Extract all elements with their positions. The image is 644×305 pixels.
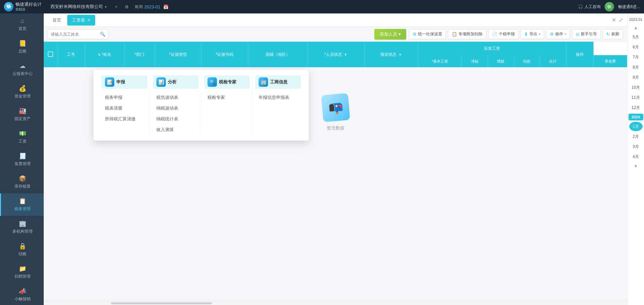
calendar-month-2023-10月[interactable]: 10月 (629, 83, 643, 92)
app-version: 旗舰版 (15, 7, 42, 12)
toolbar-tax-return-button[interactable]: 📄个税申报 (488, 29, 519, 39)
calendar-month-2024-3月[interactable]: 3月 (629, 142, 643, 151)
toolbar-operations-button[interactable]: ⚙操作▾ (546, 29, 570, 39)
horizontal-scrollbar[interactable] (111, 302, 212, 304)
sidebar-item-multi-org[interactable]: 🏢 多机构管理 (0, 216, 44, 238)
sidebar-item-marketing[interactable]: 📣 小畅报销 (0, 283, 44, 305)
sidebar-label-archive: 归档管理 (14, 274, 31, 279)
period-value[interactable]: 2023-01 (144, 4, 160, 9)
toolbar-social-insurance-button[interactable]: ⚙统一社保设置 (409, 29, 446, 39)
tab-home[interactable]: 首页 (48, 15, 66, 26)
invoice-icon: 🧾 (19, 152, 26, 160)
calendar-next-button[interactable]: ▼ (632, 162, 640, 170)
refresh-label: 刷新 (611, 31, 619, 37)
sidebar: ⌂ 首页 📒 总账 ☁ 云报表中心 💰 资金管理 🏭 固定资产 💵 工资 🧾 发… (0, 13, 44, 305)
toolbar-actions: ⚙统一社保设置📋专项附加扣除📄个税申报⬇导出▾⚙操作▾◎新手引导↻刷新 (409, 29, 623, 39)
id-no-header: *证据号码 (201, 42, 248, 67)
company-selector[interactable]: 西安虾米网络科技有限公司 ▾ (48, 2, 109, 11)
ledger-icon: 📒 (19, 40, 26, 47)
check-all-header[interactable] (44, 42, 57, 67)
sidebar-label-cloud-report: 云报表中心 (12, 71, 33, 77)
sidebar-item-fixed-assets[interactable]: 🏭 固定资产 (0, 103, 44, 126)
dropdown-item-tax-declare[interactable]: 税务申报 (102, 92, 147, 103)
sidebar-item-home[interactable]: ⌂ 首页 (0, 13, 44, 36)
dropdown-item-tax-payment-fluctuation[interactable]: 纳税波动表 (153, 103, 198, 114)
id-type-header: *证据类型 (155, 42, 201, 67)
calendar-month-2024-1月[interactable]: 1月 (629, 122, 643, 131)
sidebar-item-fund[interactable]: 💰 资金管理 (0, 81, 44, 103)
sidebar-label-closing: 结账 (18, 251, 27, 257)
calendar-month-2023-5月[interactable]: 5月 (629, 32, 643, 42)
tab-label-payroll: 工资表 (72, 17, 85, 23)
dropdown-item-tax-table-clear[interactable]: 税表清册 (102, 103, 147, 114)
dropdown-item-tax-fluctuation[interactable]: 税负波动表 (153, 92, 198, 103)
sidebar-item-invoice[interactable]: 🧾 发票管理 (0, 148, 44, 171)
calendar-month-2023-9月[interactable]: 9月 (629, 73, 643, 82)
sidebar-label-fixed-assets: 固定资产 (14, 116, 31, 122)
maximize-icon[interactable]: ⤢ (619, 17, 623, 23)
sidebar-item-closing[interactable]: 🔒 结账 (0, 238, 44, 261)
check-all-checkbox[interactable] (48, 51, 53, 57)
calendar-month-2023-11月[interactable]: 11月 (629, 93, 643, 102)
ops-header: 操作 (566, 42, 594, 67)
sidebar-item-archive[interactable]: 📁 归档管理 (0, 261, 44, 283)
sidebar-label-tax: 税务管理 (14, 206, 31, 212)
settings-icon[interactable]: ⚙ (123, 3, 131, 11)
dropdown-item-tax-check-expert[interactable]: 税检专家 (204, 92, 250, 103)
support-button[interactable]: 🎧 人工咨询 (578, 4, 601, 10)
tax-return-label: 个税申报 (499, 31, 515, 37)
calendar-period-header: 2023.01 (628, 16, 644, 23)
calendar-month-2023-8月[interactable]: 8月 (629, 63, 643, 72)
pension-header: 养老费 (594, 55, 627, 67)
home-icon: ⌂ (21, 17, 24, 25)
sidebar-item-tax[interactable]: 📋 税务管理 (0, 193, 44, 216)
sidebar-item-cloud-report[interactable]: ☁ 云报表中心 (0, 58, 44, 81)
empty-icon: 📭 (321, 93, 350, 122)
dropdown-section-tax-expert: 🔍 税检专家 税检专家 (201, 75, 252, 135)
toolbar-special-deduction-button[interactable]: 📋专项附加扣除 (448, 29, 486, 39)
tab-payroll[interactable]: 工资表✕ (67, 15, 95, 26)
dropdown-item-income-tax-summary[interactable]: 所得税汇算清缴 (102, 114, 147, 124)
dropdown-section-analysis: 📊 分析 税负波动表纳税波动表纳税统计表收入测算 (150, 75, 201, 135)
dropdown-item-annual-report[interactable]: 年报信息申报表 (255, 92, 301, 103)
multi-org-icon: 🏢 (19, 220, 26, 227)
dropdown-item-tax-statistics[interactable]: 纳税统计表 (153, 114, 198, 124)
headset-icon: 🎧 (578, 4, 583, 9)
marketing-icon: 📣 (19, 288, 26, 295)
sidebar-item-payroll[interactable]: 💵 工资 (0, 126, 44, 148)
chevron-down-icon: ▾ (105, 5, 107, 9)
toolbar-refresh-button[interactable]: ↻刷新 (603, 29, 623, 39)
report-status-header: 报送状态 ▼ (364, 42, 418, 67)
tab-close-payroll[interactable]: ✕ (87, 18, 90, 23)
logo-icon: 畅 (4, 2, 13, 11)
calendar-month-2024-4月[interactable]: 4月 (629, 152, 643, 161)
sidebar-item-ledger[interactable]: 📒 总账 (0, 36, 44, 58)
add-person-button[interactable]: 添加人员 ▾ (374, 29, 406, 40)
sidebar-item-inventory[interactable]: 📦 库存核算 (0, 171, 44, 193)
close-tab-icon[interactable]: ✕ (612, 17, 616, 23)
calendar-month-2023-12月[interactable]: 12月 (629, 103, 643, 112)
dropdown-item-income-budget[interactable]: 收入测算 (153, 124, 198, 135)
toolbar-export-button[interactable]: ⬇导出▾ (521, 29, 544, 39)
export-label: 导出 (529, 31, 537, 37)
closing-icon: 🔒 (19, 242, 26, 250)
operations-icon: ⚙ (550, 32, 554, 37)
calendar-month-2024-2月[interactable]: 2月 (629, 132, 643, 141)
calendar-month-2023-7月[interactable]: 7月 (629, 52, 643, 62)
tab-bar: 首页工资表✕ ✕ ⤢ (44, 13, 627, 27)
dropdown-section-business-info: 🏢 工商信息 年报信息申报表 (252, 75, 303, 135)
top-bar-right: 🎧 人工咨询 畅 畅捷通8进... (578, 2, 640, 11)
dropdown-header-declaration: 📝 申报 (102, 75, 147, 89)
calendar-month-2023-6月[interactable]: 6月 (629, 42, 643, 52)
toolbar-new-guide-button[interactable]: ◎新手引导 (572, 29, 601, 39)
new-guide-icon: ◎ (576, 32, 579, 37)
search-input-wrap[interactable]: 🔍 (48, 29, 108, 39)
calendar-prev-button[interactable]: ▲ (632, 24, 640, 32)
analysis-header-icon: 📊 (156, 77, 166, 87)
calendar-icon[interactable]: 📅 (162, 3, 170, 11)
add-company-button[interactable]: ＋ (112, 3, 120, 11)
dropdown-arrow-icon: ▾ (399, 32, 401, 37)
search-input[interactable] (51, 32, 98, 37)
sidebar-label-invoice: 发票管理 (14, 161, 31, 167)
fund-icon: 💰 (19, 85, 26, 92)
